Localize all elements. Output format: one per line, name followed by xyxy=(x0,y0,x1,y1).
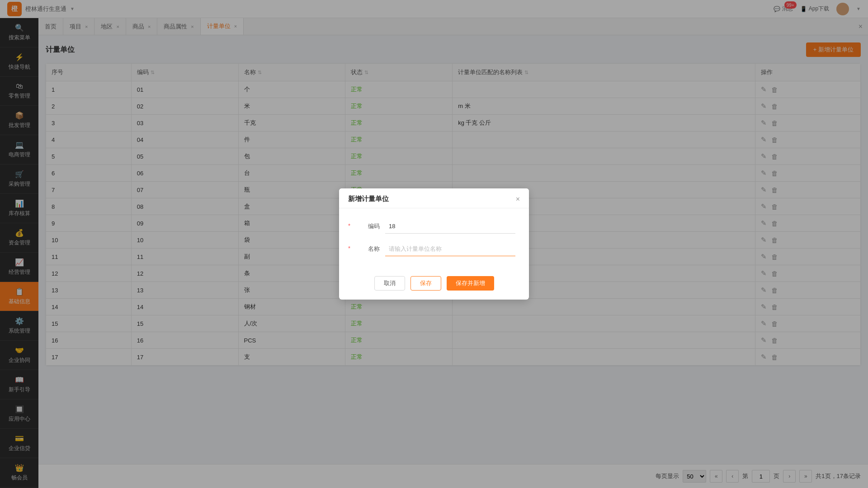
modal-footer: 取消 保存 保存并新增 xyxy=(339,272,529,300)
cancel-button[interactable]: 取消 xyxy=(374,276,405,291)
modal-overlay: 新增计量单位 × 编码 名称 取消 保存 保存并新增 xyxy=(0,0,868,488)
code-input[interactable] xyxy=(385,219,515,234)
save-and-new-button[interactable]: 保存并新增 xyxy=(447,276,494,291)
form-row-name: 名称 xyxy=(353,242,515,256)
modal-title: 新增计量单位 xyxy=(348,195,389,203)
form-row-code: 编码 xyxy=(353,219,515,234)
add-unit-modal: 新增计量单位 × 编码 名称 取消 保存 保存并新增 xyxy=(339,188,529,300)
name-input[interactable] xyxy=(385,242,515,256)
modal-body: 编码 名称 xyxy=(339,208,529,272)
save-button[interactable]: 保存 xyxy=(410,276,441,291)
code-label: 编码 xyxy=(353,222,380,230)
name-label: 名称 xyxy=(353,245,380,253)
modal-close-btn[interactable]: × xyxy=(516,195,520,203)
modal-header: 新增计量单位 × xyxy=(339,188,529,208)
